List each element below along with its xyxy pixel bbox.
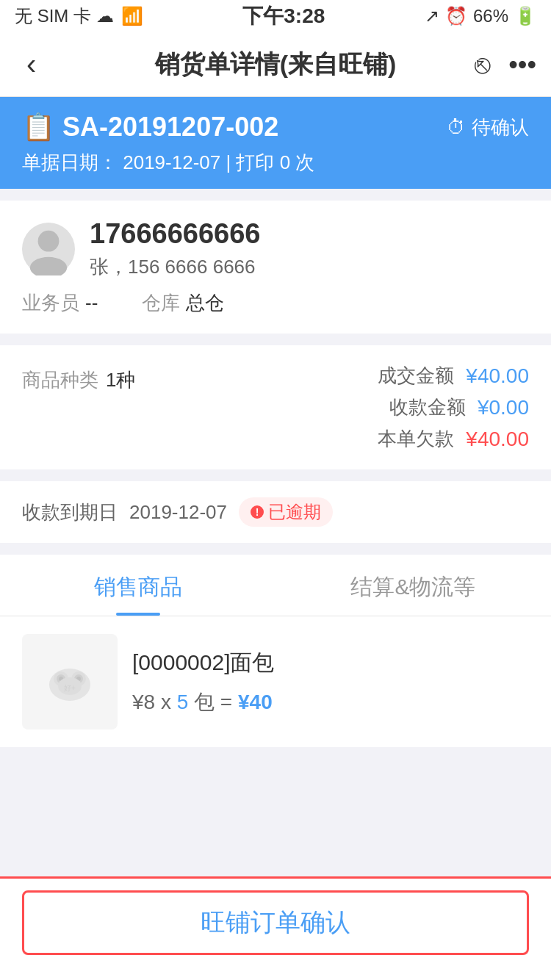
order-date: 2019-12-07 — [123, 151, 220, 173]
share-icon[interactable]: ⎋ — [475, 49, 491, 80]
nav-right-actions: ⎋ ••• — [475, 49, 536, 80]
customer-main: 17666666666 张，156 6666 6666 — [22, 218, 529, 280]
product-price-row: ¥8 x 5 包 = ¥40 — [132, 688, 529, 716]
customer-info: 17666666666 张，156 6666 6666 — [90, 218, 260, 280]
amount-label: 成交金额 — [378, 363, 454, 389]
product-qty: 5 — [177, 691, 189, 713]
tab-sales-goods[interactable]: 销售商品 — [0, 555, 276, 616]
due-date-row: 收款到期日 2019-12-07 ! 已逾期 — [0, 481, 551, 543]
received-value: ¥0.00 — [478, 396, 529, 419]
product-name: [0000002]面包 — [132, 648, 529, 678]
back-button[interactable]: ‹ — [15, 48, 48, 81]
due-date-label: 收款到期日 — [22, 500, 118, 525]
battery-icon: 🔋 — [514, 6, 536, 26]
bottom-bar: 旺铺订单确认 — [0, 876, 551, 980]
status-left: 无 SIM 卡 ☁ 📶 — [15, 4, 143, 28]
owed-label: 本单欠款 — [378, 426, 454, 452]
overdue-badge: ! 已逾期 — [239, 497, 333, 527]
multiply-sign: x — [161, 691, 177, 713]
sales-label: 业务员 — [22, 290, 79, 316]
amount-row: 成交金额 ¥40.00 — [378, 363, 529, 389]
product-total: ¥40 — [238, 691, 273, 713]
warehouse-value: 总仓 — [186, 290, 224, 316]
tabs-container: 销售商品 结算&物流等 — [0, 555, 551, 616]
received-row: 收款金额 ¥0.00 — [389, 394, 529, 420]
order-id: 📋 SA-20191207-002 — [22, 112, 278, 143]
product-unit: 包 — [194, 691, 215, 713]
amount-value: ¥40.00 — [466, 364, 529, 388]
type-label: 商品种类 — [22, 367, 98, 393]
customer-sub: 张，156 6666 6666 — [90, 254, 260, 280]
due-date-value: 2019-12-07 — [129, 501, 227, 524]
order-status: ⏱ 待确认 — [447, 115, 529, 140]
tab-settlement[interactable]: 结算&物流等 — [276, 555, 551, 616]
page-title: 销货单详情(来自旺铺) — [155, 48, 397, 82]
summary-right: 成交金额 ¥40.00 收款金额 ¥0.00 本单欠款 ¥40.00 — [378, 363, 529, 452]
location-icon: ↗ — [425, 6, 439, 26]
svg-point-1 — [30, 257, 67, 275]
svg-text:好+: 好+ — [64, 684, 76, 692]
avatar — [22, 223, 75, 275]
confirm-order-button[interactable]: 旺铺订单确认 — [22, 890, 529, 955]
customer-card: 17666666666 张，156 6666 6666 业务员 -- 仓库 总仓 — [0, 201, 551, 334]
warehouse-label: 仓库 — [142, 290, 180, 316]
product-list: 好+ [0000002]面包 ¥8 x 5 包 = ¥40 — [0, 616, 551, 747]
alarm-icon: ⏰ — [445, 6, 467, 26]
battery-text: 66% — [473, 6, 508, 26]
product-name-text: 面包 — [230, 650, 274, 674]
status-bar: 无 SIM 卡 ☁ 📶 下午3:28 ↗ ⏰ 66% 🔋 — [0, 0, 551, 32]
table-row: 好+ [0000002]面包 ¥8 x 5 包 = ¥40 — [0, 616, 551, 747]
product-thumbnail: 好+ — [22, 634, 118, 729]
order-id-row: 📋 SA-20191207-002 ⏱ 待确认 — [22, 112, 529, 143]
owed-row: 本单欠款 ¥40.00 — [378, 426, 529, 452]
overdue-icon: ! — [251, 505, 264, 519]
product-code: [0000002] — [132, 650, 230, 674]
product-info: [0000002]面包 ¥8 x 5 包 = ¥40 — [132, 648, 529, 716]
status-right: ↗ ⏰ 66% 🔋 — [425, 6, 536, 26]
summary-left: 商品种类 1种 — [22, 363, 135, 393]
wifi-icon: 📶 — [121, 6, 143, 26]
received-label: 收款金额 — [389, 394, 466, 420]
svg-point-0 — [38, 231, 60, 252]
nav-bar: ‹ 销货单详情(来自旺铺) ⎋ ••• — [0, 32, 551, 97]
overdue-text: 已逾期 — [268, 500, 321, 524]
status-clock-icon: ⏱ — [447, 116, 466, 139]
order-banner: 📋 SA-20191207-002 ⏱ 待确认 单据日期： 2019-12-07… — [0, 97, 551, 189]
order-icon: 📋 — [22, 112, 55, 143]
sales-value: -- — [85, 292, 98, 314]
equals-sign: = — [220, 691, 238, 713]
customer-phone: 17666666666 — [90, 218, 260, 250]
summary-card: 商品种类 1种 成交金额 ¥40.00 收款金额 ¥0.00 本单欠款 ¥40.… — [0, 345, 551, 469]
status-text: 待确认 — [472, 115, 529, 140]
warehouse-meta: 仓库 总仓 — [142, 290, 224, 316]
spacer — [0, 747, 551, 894]
order-date-row: 单据日期： 2019-12-07 | 打印 0 次 — [22, 150, 529, 176]
customer-meta: 业务员 -- 仓库 总仓 — [22, 290, 529, 316]
order-id-text: SA-20191207-002 — [62, 112, 278, 143]
owed-value: ¥40.00 — [466, 428, 529, 451]
more-icon[interactable]: ••• — [508, 49, 536, 80]
print-text: | 打印 0 次 — [226, 151, 314, 173]
type-value: 1种 — [106, 367, 135, 393]
sales-meta: 业务员 -- — [22, 290, 98, 316]
status-time: 下午3:28 — [242, 2, 325, 30]
product-unit-price: ¥8 — [132, 691, 155, 713]
no-sim-text: 无 SIM 卡 ☁ — [15, 4, 114, 28]
date-label: 单据日期： — [22, 151, 118, 173]
